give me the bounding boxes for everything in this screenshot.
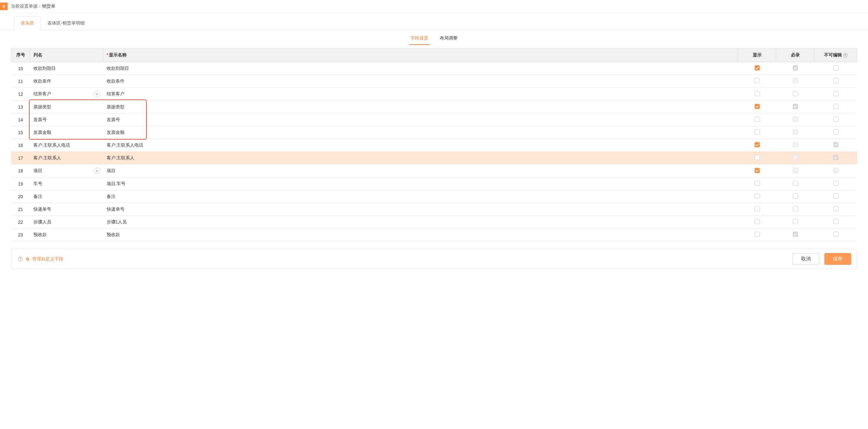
checkbox[interactable] (833, 142, 838, 147)
checkbox[interactable] (833, 91, 838, 96)
checkbox[interactable] (833, 78, 838, 83)
checkbox[interactable] (755, 142, 760, 147)
show-cell (738, 216, 776, 229)
display-cell[interactable]: 项目 (103, 165, 738, 177)
checkbox[interactable] (793, 232, 798, 237)
seq-cell: 22 (11, 216, 30, 229)
col-readonly-label: 不可编辑 (824, 52, 842, 57)
display-cell[interactable]: 预收款 (103, 229, 738, 241)
show-cell (738, 229, 776, 241)
show-cell (738, 165, 776, 177)
display-cell[interactable]: 结算客户 (103, 88, 738, 101)
display-cell[interactable]: 收款到期日 (103, 62, 738, 75)
tab-1[interactable]: 表体区-销货单明细 (41, 16, 91, 30)
checkbox[interactable] (755, 219, 760, 224)
required-cell (776, 139, 814, 152)
help-icon[interactable]: ? (843, 53, 848, 58)
checkbox[interactable] (755, 104, 760, 109)
checkbox[interactable] (833, 219, 838, 224)
display-cell[interactable]: 客户.主联系人 (103, 152, 738, 165)
plus-icon[interactable]: + (94, 91, 100, 97)
readonly-cell (814, 62, 857, 75)
footer-bar: ? 管理自定义字段 取消 保存 (11, 249, 857, 269)
checkbox[interactable] (755, 194, 760, 199)
name-text: 车号 (33, 181, 42, 187)
checkbox[interactable] (755, 130, 760, 135)
page-header: 当前设置单据： 销货单 (0, 0, 868, 13)
name-cell: 客户.主联系人 (30, 152, 103, 165)
checkbox[interactable] (793, 104, 798, 109)
display-cell[interactable]: 项目.车号 (103, 177, 738, 190)
table-body: 10收款到期日收款到期日11收款条件收款条件12结算客户+结算客户13票据类型票… (11, 62, 857, 241)
checkbox[interactable] (833, 155, 838, 160)
name-cell: 快递单号 (30, 203, 103, 216)
checkbox[interactable] (833, 232, 838, 237)
checkbox (833, 168, 838, 173)
display-cell[interactable]: 客户.主联系人电话 (103, 139, 738, 152)
seq-cell: 16 (11, 139, 30, 152)
checkbox[interactable] (755, 117, 760, 122)
checkbox (793, 142, 798, 147)
name-cell: 步骤人员 (30, 216, 103, 229)
checkbox[interactable] (833, 104, 838, 109)
name-cell: 票据类型 (30, 101, 103, 113)
checkbox[interactable] (755, 65, 760, 70)
table-row: 14发票号发票号 (11, 113, 857, 126)
cancel-button[interactable]: 取消 (793, 253, 819, 265)
checkbox[interactable] (755, 232, 760, 237)
checkbox[interactable] (793, 206, 798, 211)
subtab-1[interactable]: 布局调整 (438, 35, 459, 45)
table-row: 17客户.主联系人客户.主联系人 (11, 152, 857, 165)
footer-right: 取消 保存 (793, 253, 851, 265)
expand-toggle-icon[interactable] (0, 3, 8, 10)
display-cell[interactable]: 步骤1人员 (103, 216, 738, 229)
display-cell[interactable]: 发票号 (103, 113, 738, 126)
checkbox[interactable] (755, 181, 760, 186)
required-cell (776, 165, 814, 177)
tab-0[interactable]: 表头区 (14, 16, 41, 30)
header-label: 当前设置单据： (11, 3, 42, 9)
name-text: 收款到期日 (33, 66, 56, 72)
checkbox[interactable] (755, 91, 760, 96)
display-cell[interactable]: 备注 (103, 190, 738, 203)
checkbox[interactable] (755, 78, 760, 83)
checkbox[interactable] (833, 117, 838, 122)
seq-cell: 12 (11, 88, 30, 101)
name-cell: 发票金额 (30, 126, 103, 139)
table-row: 19车号项目.车号 (11, 177, 857, 190)
seq-cell: 17 (11, 152, 30, 165)
table-row: 11收款条件收款条件 (11, 75, 857, 88)
display-cell[interactable]: 发票金额 (103, 126, 738, 139)
display-cell[interactable]: 票据类型 (103, 101, 738, 113)
checkbox[interactable] (793, 194, 798, 199)
checkbox[interactable] (793, 65, 798, 70)
checkbox[interactable] (755, 168, 760, 173)
footer-left: ? 管理自定义字段 (17, 256, 63, 262)
checkbox[interactable] (755, 206, 760, 211)
show-cell (738, 101, 776, 113)
col-required-header: 必录 (776, 49, 814, 62)
readonly-cell (814, 139, 857, 152)
checkbox[interactable] (833, 130, 838, 135)
display-cell[interactable]: 收款条件 (103, 75, 738, 88)
seq-cell: 13 (11, 101, 30, 113)
subtab-0[interactable]: 字段设置 (409, 35, 430, 45)
manage-custom-fields-link[interactable]: 管理自定义字段 (32, 256, 63, 262)
plus-icon[interactable]: + (94, 168, 100, 174)
checkbox[interactable] (793, 181, 798, 186)
readonly-cell (814, 75, 857, 88)
table-row: 10收款到期日收款到期日 (11, 62, 857, 75)
checkbox[interactable] (793, 219, 798, 224)
display-cell[interactable]: 快递单号 (103, 203, 738, 216)
footer-help-icon[interactable]: ? (18, 257, 23, 261)
checkbox[interactable] (755, 155, 760, 160)
checkbox (793, 168, 798, 173)
checkbox[interactable] (833, 194, 838, 199)
checkbox[interactable] (793, 91, 798, 96)
checkbox[interactable] (833, 206, 838, 211)
seq-cell: 10 (11, 62, 30, 75)
checkbox[interactable] (833, 181, 838, 186)
save-button[interactable]: 保存 (825, 253, 851, 265)
required-cell (776, 229, 814, 241)
checkbox[interactable] (833, 65, 838, 70)
